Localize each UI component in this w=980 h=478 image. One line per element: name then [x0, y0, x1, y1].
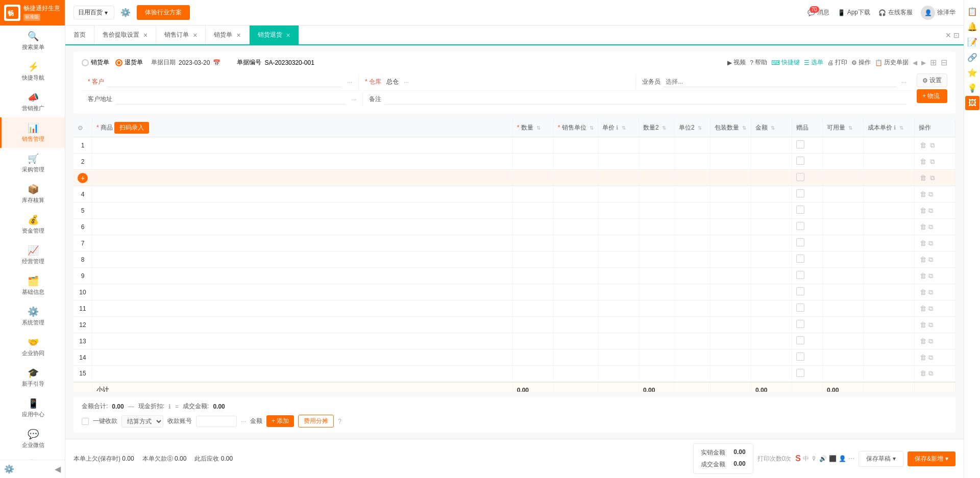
table-view-icon[interactable]: ⊟ — [941, 58, 947, 67]
copy-row-icon[interactable]: ⧉ — [928, 207, 933, 214]
copy-row-icon[interactable]: ⧉ — [928, 288, 933, 296]
print-action[interactable]: 🖨打印 — [827, 58, 847, 67]
copy-row-icon[interactable]: ⧉ — [928, 354, 933, 361]
copy-row-icon[interactable]: ⧉ — [928, 321, 933, 329]
delete-row-icon[interactable]: 🗑 — [920, 239, 926, 247]
sidebar-item-operation[interactable]: 📈 经营管理 — [0, 240, 65, 270]
copy-row-icon[interactable]: ⧉ — [928, 239, 933, 247]
select-action[interactable]: ☰选单 — [804, 58, 823, 67]
avail-sort-icon[interactable]: ⇅ — [848, 125, 852, 131]
tab-home[interactable]: 首页 — [65, 26, 94, 44]
right-panel-icon-1[interactable]: 📋 — [965, 4, 979, 18]
save-draft-button[interactable]: 保存草稿 ▾ — [859, 451, 903, 467]
calc-method-select[interactable]: 结算方式 — [121, 415, 163, 427]
delete-row-icon[interactable]: 🗑 — [920, 337, 926, 345]
delete-row-icon[interactable]: 🗑 — [920, 272, 926, 280]
costprice-sort-icon[interactable]: ⇅ — [899, 125, 903, 131]
delete-row-icon[interactable]: 🗑 — [920, 207, 926, 214]
sidebar-item-purchase[interactable]: 🛒 采购管理 — [0, 148, 65, 179]
gift-checkbox[interactable] — [796, 140, 804, 148]
avail-cell[interactable] — [823, 137, 864, 154]
sidebar-item-apps[interactable]: 📱 应用中心 — [0, 393, 65, 423]
user-item[interactable]: 👤 徐泽华 — [921, 6, 955, 20]
gift-cell[interactable] — [792, 137, 823, 154]
settings-footer-icon[interactable]: ⚙️ — [4, 464, 14, 474]
fee-split-button[interactable]: 费用分摊 — [298, 415, 334, 427]
tab-sale-order[interactable]: 销售订单 × — [156, 26, 206, 44]
cost-info-icon[interactable]: ℹ — [894, 124, 896, 131]
help-action[interactable]: ?帮助 — [750, 58, 767, 67]
logistics-button[interactable]: + 物流 — [917, 89, 947, 103]
delete-row-icon[interactable]: 🗑 — [920, 190, 926, 198]
close-all-tabs-icon[interactable]: ✕ — [945, 31, 951, 39]
add-row-button[interactable]: + — [78, 173, 88, 183]
product-input-active[interactable] — [96, 174, 508, 182]
prev-record-icon[interactable]: ◀ — [913, 59, 917, 66]
add-payment-button[interactable]: + 添加 — [266, 415, 294, 427]
sidebar-item-basic[interactable]: 🗂️ 基础信息 — [0, 270, 65, 301]
delete-row-icon[interactable]: 🗑 — [920, 369, 926, 377]
copy-row-icon[interactable]: ⧉ — [928, 256, 933, 263]
right-panel-icon-6[interactable]: 💡 — [965, 81, 979, 95]
right-panel-icon-7[interactable]: 🖼 — [965, 96, 979, 110]
copy-row-icon[interactable]: ⧉ — [928, 369, 933, 377]
unit2-cell[interactable] — [675, 137, 710, 154]
account-input[interactable] — [196, 416, 237, 427]
history-action[interactable]: 📋历史单据 — [875, 58, 909, 67]
tab-close-sale-price[interactable]: × — [143, 31, 148, 39]
copy-row-icon[interactable]: ⧉ — [928, 337, 933, 345]
copy-row-icon[interactable]: ⧉ — [928, 223, 933, 231]
delete-row-icon[interactable]: 🗑 — [920, 158, 926, 165]
discount-help-icon[interactable]: ℹ — [168, 403, 171, 410]
video-action[interactable]: ▶视频 — [727, 58, 746, 67]
delete-row-icon[interactable]: 🗑 — [920, 354, 926, 361]
sidebar-item-inventory[interactable]: 📦 库存核算 — [0, 179, 65, 209]
qty2-sort-icon[interactable]: ⇅ — [662, 125, 666, 131]
notification-item[interactable]: 💬 70 消息 — [807, 8, 829, 17]
copy-row-icon[interactable]: ⧉ — [930, 174, 935, 182]
product-cell[interactable] — [92, 137, 513, 154]
gift-checkbox[interactable] — [796, 173, 804, 181]
qty2-cell[interactable] — [639, 137, 675, 154]
tab-sale-return[interactable]: 销货退货 × — [250, 26, 299, 44]
payment-checkbox[interactable] — [82, 418, 89, 425]
online-service-item[interactable]: 🎧 在线客服 — [878, 8, 913, 17]
topbar-gear-icon[interactable]: ⚙️ — [120, 8, 131, 17]
tab-sale-goods[interactable]: 销货单 × — [206, 26, 249, 44]
settings-button[interactable]: ⚙ 设置 — [917, 73, 947, 87]
shortcut-action[interactable]: ⌨快捷键 — [771, 58, 800, 67]
copy-row-icon[interactable]: ⧉ — [928, 190, 933, 198]
pack-sort-icon[interactable]: ⇅ — [742, 125, 746, 131]
right-panel-icon-2[interactable]: 🔔 — [965, 19, 979, 34]
qty-cell[interactable] — [512, 137, 553, 154]
account-more-icon[interactable]: ··· — [241, 418, 246, 425]
sidebar-item-search[interactable]: 🔍 搜索菜单 — [0, 26, 65, 56]
costprice-cell[interactable] — [864, 137, 915, 154]
unit2-sort-icon[interactable]: ⇅ — [698, 125, 702, 131]
radio-return-goods[interactable]: 退货单 — [115, 58, 143, 67]
operate-action[interactable]: ⚙操作 — [851, 58, 871, 67]
delete-row-icon[interactable]: 🗑 — [920, 288, 926, 296]
amount-cell[interactable] — [751, 137, 792, 154]
next-record-icon[interactable]: ▶ — [921, 59, 926, 66]
fee-help-icon[interactable]: ? — [338, 418, 341, 425]
warehouse-more-icon[interactable]: ··· — [404, 79, 409, 86]
radio-sale-goods[interactable]: 销货单 — [82, 58, 109, 67]
unit-cell[interactable] — [553, 137, 598, 154]
branch-dropdown[interactable]: 日用百货 ▾ — [74, 6, 114, 19]
scan-input-button[interactable]: 扫码录入 — [114, 122, 149, 134]
tab-sale-price[interactable]: 售价提取设置 × — [94, 26, 156, 44]
address-more-icon[interactable]: ··· — [351, 96, 356, 103]
calendar-icon[interactable]: 📅 — [213, 59, 220, 66]
sidebar-item-member[interactable]: 🏅 畅会员 — [0, 454, 65, 460]
staff-input[interactable] — [664, 77, 896, 87]
copy-row-icon[interactable]: ⧉ — [928, 272, 933, 280]
sidebar-item-sales[interactable]: 📊 销售管理 — [0, 117, 65, 148]
copy-row-icon[interactable]: ⧉ — [930, 158, 935, 165]
delete-row-icon[interactable]: 🗑 — [920, 174, 926, 182]
sidebar-item-finance[interactable]: 💰 资金管理 — [0, 209, 65, 240]
customer-input[interactable] — [107, 77, 342, 87]
try-solution-button[interactable]: 体验行业方案 — [137, 5, 190, 20]
price-cell[interactable] — [598, 137, 639, 154]
delete-row-icon[interactable]: 🗑 — [920, 305, 926, 312]
